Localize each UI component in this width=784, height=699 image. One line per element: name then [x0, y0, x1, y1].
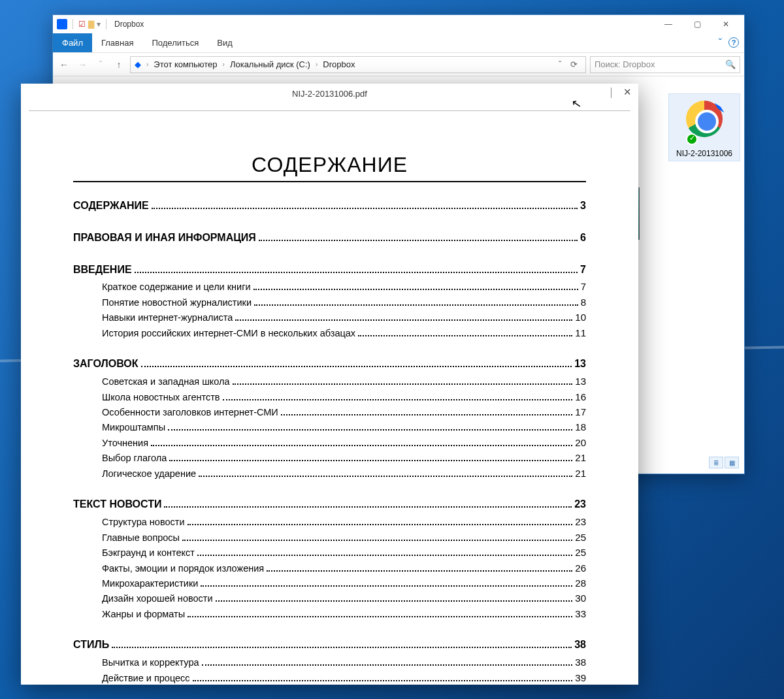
toc-entry: Краткое содержание и цели книги7 [73, 279, 586, 294]
window-title: Dropbox [114, 20, 144, 29]
toc-section: ЗАГОЛОВОК13 [73, 356, 586, 372]
view-details-button[interactable]: ≣ [709, 457, 723, 468]
nav-up-button[interactable]: ↑ [112, 57, 126, 72]
toc-entry: Главные вопросы25 [73, 530, 586, 545]
view-icons-button[interactable]: ▦ [725, 457, 739, 468]
file-item[interactable]: NIJ-2-20131006 [668, 93, 740, 161]
toc-entry: Бэкграунд и контекст25 [73, 545, 586, 560]
toc-entry: Выбор глагола21 [73, 450, 586, 465]
toc-entry: Советская и западная школа13 [73, 374, 586, 389]
toc-entry: История российских интернет-СМИ в нескол… [73, 325, 586, 340]
toc-entry: Логическое ударение21 [73, 466, 586, 481]
toc-section: СОДЕРЖАНИЕ3 [73, 198, 586, 214]
toc-section: ТЕКСТ НОВОСТИ23 [73, 496, 586, 513]
dropbox-icon [57, 19, 67, 29]
toc-entry: Понятие новостной журналистики8 [73, 295, 586, 310]
toc-section: ПРАВОВАЯ И ИНАЯ ИНФОРМАЦИЯ6 [73, 230, 586, 246]
breadcrumb[interactable]: ◆ › Этот компьютер › Локальный диск (C:)… [130, 56, 586, 73]
address-bar-row: ← → ˇ ↑ ◆ › Этот компьютер › Локальный д… [53, 53, 744, 76]
synced-checkmark-icon [686, 133, 698, 145]
toc-entry: Действие и процесс39 [73, 670, 586, 685]
chevron-down-icon[interactable]: ˇ [559, 59, 561, 69]
nav-recent-button[interactable]: ˇ [93, 57, 108, 72]
close-button[interactable]: ✕ [711, 15, 740, 33]
toc-entry: Школа новостных агентств16 [73, 389, 586, 404]
qat-check-icon[interactable]: ☑ [78, 20, 86, 29]
dropbox-icon: ◆ [135, 59, 141, 69]
toc-entry: Микрохарактеристики28 [73, 576, 586, 591]
ribbon-tab[interactable]: Вид [208, 33, 242, 52]
maximize-button[interactable]: ▢ [683, 15, 711, 33]
toc-entry: Навыки интернет-журналиста10 [73, 310, 586, 325]
nav-forward-button[interactable]: → [75, 57, 90, 72]
search-icon: 🔍 [725, 59, 736, 69]
toc-entry: Факты, эмоции и порядок изложения26 [73, 561, 586, 576]
pdf-toolbar [29, 103, 630, 111]
explorer-titlebar[interactable]: ☑ ▇ ▾ Dropbox — ▢ ✕ [53, 15, 744, 33]
minimize-button[interactable]: — [654, 15, 683, 33]
toc-entry: Уточнения20 [73, 435, 586, 450]
toc-entry: Микроштампы18 [73, 419, 586, 434]
pdf-preview-window: NIJ-2-20131006.pdf ✕ СОДЕРЖАНИЕ СОДЕРЖАН… [21, 84, 638, 685]
pdf-page: СОДЕРЖАНИЕ СОДЕРЖАНИЕ3ПРАВОВАЯ И ИНАЯ ИН… [34, 127, 625, 685]
pdf-titlebar[interactable]: NIJ-2-20131006.pdf ✕ [21, 84, 638, 103]
ribbon-tab[interactable]: Поделиться [142, 33, 208, 52]
search-input[interactable]: Поиск: Dropbox 🔍 [590, 56, 740, 73]
folder-icon: ▇ [88, 20, 94, 29]
toc-entry: Структура новости23 [73, 514, 586, 529]
document-heading: СОДЕРЖАНИЕ [73, 153, 586, 177]
toc-entry: Особенности заголовков интернет-СМИ17 [73, 404, 586, 419]
titlebar-divider [611, 88, 612, 98]
ribbon-file[interactable]: Файл [53, 33, 92, 52]
pdf-filename: NIJ-2-20131006.pdf [292, 89, 367, 99]
pdf-viewport[interactable]: СОДЕРЖАНИЕ СОДЕРЖАНИЕ3ПРАВОВАЯ И ИНАЯ ИН… [21, 111, 638, 685]
help-icon[interactable]: ? [728, 37, 739, 48]
pdf-close-button[interactable]: ✕ [623, 86, 632, 98]
toc-section: ВВЕДЕНИЕ7 [73, 262, 586, 278]
toc-entry: Жанры и форматы33 [73, 606, 586, 621]
file-name: NIJ-2-20131006 [672, 149, 737, 158]
view-options: ≣ ▦ [709, 457, 739, 468]
sync-arrows-icon [712, 101, 727, 115]
ribbon-tab[interactable]: Главная [92, 33, 142, 52]
toc-section: СТИЛЬ38 [73, 637, 586, 653]
nav-back-button[interactable]: ← [57, 57, 71, 72]
toc-entry: Вычитка и корректура38 [73, 655, 586, 670]
toc-entry: Дизайн хорошей новости30 [73, 591, 586, 606]
table-of-contents: СОДЕРЖАНИЕ3ПРАВОВАЯ И ИНАЯ ИНФОРМАЦИЯ6ВВ… [73, 198, 586, 685]
refresh-icon[interactable]: ⟳ [570, 59, 578, 69]
ribbon-tabs: Файл Главная Поделиться Вид ˇ ? [53, 33, 744, 53]
